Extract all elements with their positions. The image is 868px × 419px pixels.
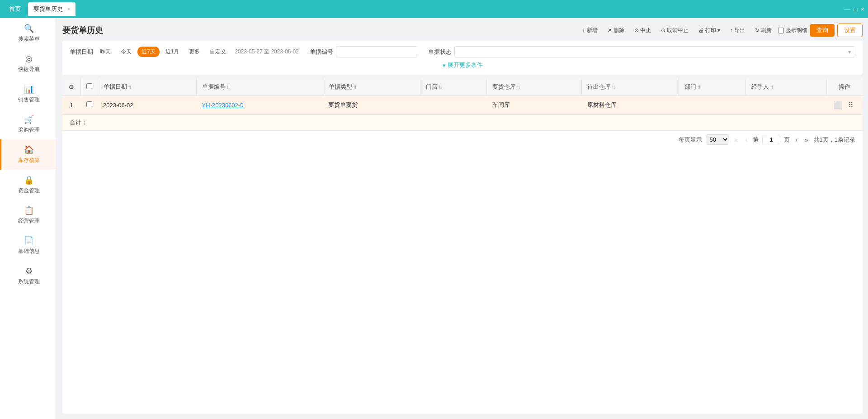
row-settings: 1 (62, 96, 80, 114)
col-doc-no[interactable]: 单据编号⇅ (197, 78, 323, 96)
date-btn-7days[interactable]: 近7天 (137, 47, 160, 57)
doc-no-input[interactable] (336, 46, 417, 57)
display-detail-label: 显示明细 (786, 27, 807, 34)
cancel-stop-button[interactable]: ⊘ 取消中止 (657, 25, 692, 36)
stop-label: 中止 (640, 27, 651, 34)
sidebar-item-ops-mgmt[interactable]: 📋 经营管理 (0, 200, 57, 230)
sort-doctype-icon: ⇅ (353, 85, 357, 90)
date-buttons: 昨天 今天 近7天 近1月 更多 自定义 (96, 47, 230, 57)
toolbar: + 新增 ✕ 删除 ⊘ 中止 ⊘ 取消中止 🖨 打印 ▾ (579, 24, 863, 37)
page-label: 第 (753, 136, 759, 144)
sidebar-item-basic-info[interactable]: 📄 基础信息 (0, 230, 57, 261)
print-chevron-icon: ▾ (717, 27, 720, 33)
cell-doc-no[interactable]: YH-20230602-0 (197, 96, 323, 114)
status-chevron-icon: ▾ (848, 48, 851, 55)
total-info: 共1页，1条记录 (814, 136, 855, 144)
sidebar-item-purchase-mgmt[interactable]: 🛒 采购管理 (0, 109, 57, 139)
page-size-select[interactable]: 50 20 100 (706, 134, 729, 145)
first-page-btn[interactable]: « (733, 135, 740, 144)
minimize-btn[interactable]: — (844, 6, 850, 13)
tab-requisition-label: 要货单历史 (33, 5, 63, 13)
export-button[interactable]: ↑ 导出 (726, 25, 749, 36)
col-handler[interactable]: 经手人⇅ (745, 78, 826, 96)
doc-no-label: 单据编号 (310, 48, 333, 56)
sidebar-item-sys-mgmt-label: 系统管理 (18, 278, 40, 286)
search-menu-icon: 🔍 (24, 24, 34, 33)
sidebar-item-inventory[interactable]: 🏠 库存核算 (0, 139, 57, 170)
cell-action: ⬜ ⠿ (826, 96, 863, 114)
settings-button[interactable]: 设置 (837, 24, 863, 37)
table-wrapper: ⚙ 单据日期⇅ 单据编号⇅ 单据类型⇅ (62, 78, 863, 414)
expand-label: 展开更多条件 (448, 61, 483, 69)
basic-info-icon: 📄 (24, 236, 34, 246)
row-more-btn[interactable]: ⠿ (845, 100, 856, 110)
sort-req-wh-icon: ⇅ (517, 85, 520, 90)
next-page-btn[interactable]: › (793, 135, 799, 144)
date-btn-yesterday[interactable]: 昨天 (96, 47, 115, 57)
sort-dept-icon: ⇅ (697, 85, 701, 90)
col-date[interactable]: 单据日期⇅ (98, 78, 197, 96)
row-edit-btn[interactable]: ⬜ (833, 100, 844, 110)
col-req-warehouse[interactable]: 要货仓库⇅ (487, 78, 582, 96)
page-header: 要货单历史 + 新增 ✕ 删除 ⊘ 中止 ⊘ 取消中止 🖨 打印 (62, 24, 863, 37)
col-department[interactable]: 部门⇅ (679, 78, 745, 96)
print-label: 打印 (705, 27, 716, 34)
status-select[interactable]: ▾ (454, 46, 855, 57)
expand-more-btn[interactable]: ▾ 展开更多条件 (70, 61, 855, 69)
sys-mgmt-icon: ⚙ (25, 266, 33, 276)
sidebar-item-search-menu-label: 搜索菜单 (18, 35, 40, 43)
date-btn-1month[interactable]: 近1月 (161, 47, 184, 57)
sidebar-item-search-menu[interactable]: 🔍 搜索菜单 (0, 18, 57, 48)
display-detail-toggle[interactable]: 显示明细 (778, 27, 807, 34)
col-settings[interactable]: ⚙ (62, 78, 80, 96)
doc-no-link[interactable]: YH-20230602-0 (202, 102, 244, 109)
sidebar-item-finance[interactable]: 🔒 资金管理 (0, 170, 57, 200)
cancel-stop-label: 取消中止 (667, 27, 689, 34)
cell-handler (745, 96, 826, 114)
delete-button[interactable]: ✕ 删除 (604, 25, 628, 36)
page-suffix: 页 (784, 136, 790, 144)
tab-close-icon[interactable]: × (67, 6, 70, 12)
col-doc-type[interactable]: 单据类型⇅ (323, 78, 420, 96)
tab-home[interactable]: 首页 (4, 2, 26, 16)
print-icon: 🖨 (698, 27, 704, 33)
new-button[interactable]: + 新增 (579, 25, 601, 36)
sidebar-item-quick-nav[interactable]: ◎ 快捷导航 (0, 48, 57, 79)
table-header-row: ⚙ 单据日期⇅ 单据编号⇅ 单据类型⇅ (62, 78, 863, 96)
sidebar-item-sales-mgmt[interactable]: 📊 销售管理 (0, 79, 57, 109)
maximize-btn[interactable]: □ (854, 6, 858, 13)
col-store[interactable]: 门店⇅ (420, 78, 486, 96)
display-detail-checkbox[interactable] (778, 28, 784, 33)
date-filter-group: 单据日期 昨天 今天 近7天 近1月 更多 自定义 2023-05-27 至 2… (70, 47, 299, 57)
table-body: 1 2023-06-02 YH-20230602-0 要货单要货 车间库 原材料… (62, 96, 863, 114)
tab-requisition-history[interactable]: 要货单历史 × (28, 2, 75, 16)
close-btn[interactable]: × (861, 6, 864, 13)
last-page-btn[interactable]: » (803, 135, 810, 144)
row-checkbox[interactable] (80, 96, 98, 114)
query-button[interactable]: 查询 (810, 24, 835, 37)
select-all-checkbox[interactable] (86, 83, 92, 89)
sidebar-item-sys-mgmt[interactable]: ⚙ 系统管理 (0, 261, 57, 291)
cell-date: 2023-06-02 (98, 96, 197, 114)
cell-req-warehouse: 车间库 (487, 96, 582, 114)
date-btn-custom[interactable]: 自定义 (206, 47, 230, 57)
finance-icon: 🔒 (24, 175, 34, 185)
footer-label: 合计： (70, 119, 87, 126)
sidebar-item-quick-nav-label: 快捷导航 (18, 66, 40, 73)
delete-label: 删除 (613, 27, 624, 34)
date-btn-more[interactable]: 更多 (185, 47, 204, 57)
content-area: 要货单历史 + 新增 ✕ 删除 ⊘ 中止 ⊘ 取消中止 🖨 打印 (57, 18, 868, 419)
cell-doc-type: 要货单要货 (323, 96, 420, 114)
date-btn-today[interactable]: 今天 (117, 47, 136, 57)
quick-nav-icon: ◎ (25, 54, 33, 64)
prev-page-btn[interactable]: ‹ (743, 135, 749, 144)
refresh-button[interactable]: ↻ 刷新 (751, 25, 775, 36)
doc-no-filter-group: 单据编号 (310, 46, 417, 57)
refresh-icon: ↻ (755, 27, 760, 33)
col-pending-warehouse[interactable]: 待出仓库⇅ (582, 78, 679, 96)
row-select-checkbox[interactable] (86, 101, 92, 107)
sidebar-item-ops-mgmt-label: 经营管理 (18, 217, 40, 225)
stop-button[interactable]: ⊘ 中止 (631, 25, 655, 36)
print-button[interactable]: 🖨 打印 ▾ (695, 25, 724, 36)
current-page-input[interactable] (762, 135, 780, 144)
